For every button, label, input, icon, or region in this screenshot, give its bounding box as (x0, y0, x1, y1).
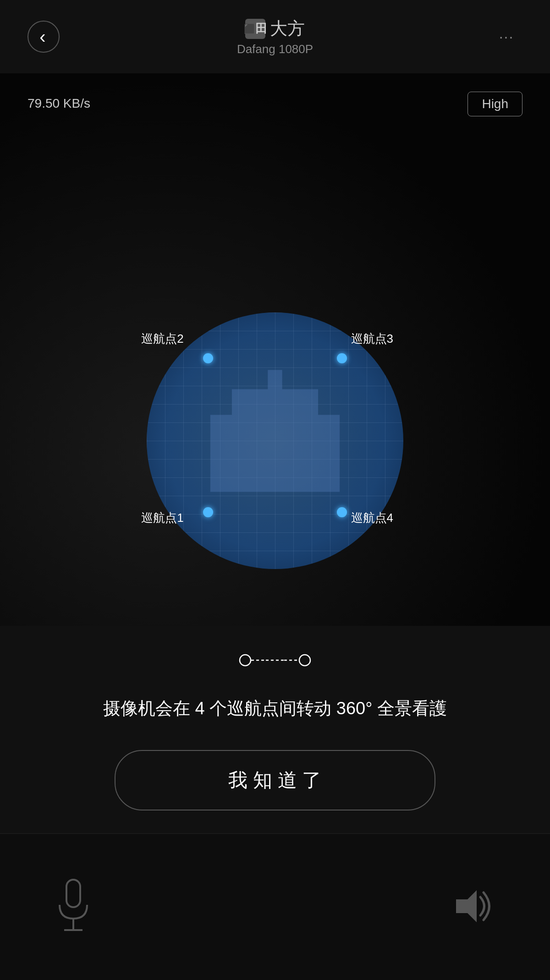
svg-point-7 (240, 655, 251, 666)
quality-button[interactable]: High (468, 92, 522, 116)
patrol-container: 巡航点2 巡航点3 巡航点1 巡航点4 (147, 312, 403, 569)
volume-icon (454, 888, 495, 925)
info-panel: 摄像机会在 4 个巡航点间转动 360° 全景看護 我 知 道 了 (0, 626, 550, 833)
svg-marker-15 (456, 890, 477, 922)
brand-area: 田 大方 (60, 17, 490, 40)
patrol-circle (147, 312, 403, 569)
confirm-button[interactable]: 我 知 道 了 (115, 750, 435, 810)
brand-icon: 田 (245, 19, 265, 39)
svg-rect-12 (66, 880, 80, 907)
device-name: Dafang 1080P (60, 42, 490, 56)
svg-point-11 (299, 655, 310, 666)
more-button[interactable]: ··· (490, 21, 522, 53)
patrol-dot-1[interactable] (203, 507, 213, 517)
patrol-dot-4[interactable] (337, 507, 347, 517)
patrol-label-4: 巡航点4 (351, 510, 393, 526)
speed-indicator: 79.50 KB/s (28, 96, 90, 111)
patrol-label-3: 巡航点3 (351, 331, 393, 347)
patrol-label-2: 巡航点2 (141, 331, 183, 347)
brand-name: 大方 (270, 17, 305, 40)
patrol-label-1: 巡航点1 (141, 510, 183, 526)
microphone-icon (55, 877, 92, 937)
more-dots-icon: ··· (499, 28, 514, 45)
header-title: 田 大方 Dafang 1080P (60, 17, 490, 56)
patrol-dot-3[interactable] (337, 353, 347, 363)
back-button[interactable] (28, 21, 60, 53)
patrol-dot-2[interactable] (203, 353, 213, 363)
microphone-button[interactable] (55, 877, 92, 937)
header: 田 大方 Dafang 1080P ··· (0, 0, 550, 73)
info-description: 摄像机会在 4 个巡航点间转动 360° 全景看護 (37, 695, 513, 723)
bottom-bar (0, 833, 550, 980)
info-indicator (37, 653, 513, 667)
volume-button[interactable] (454, 888, 495, 926)
step-indicator (238, 653, 312, 667)
